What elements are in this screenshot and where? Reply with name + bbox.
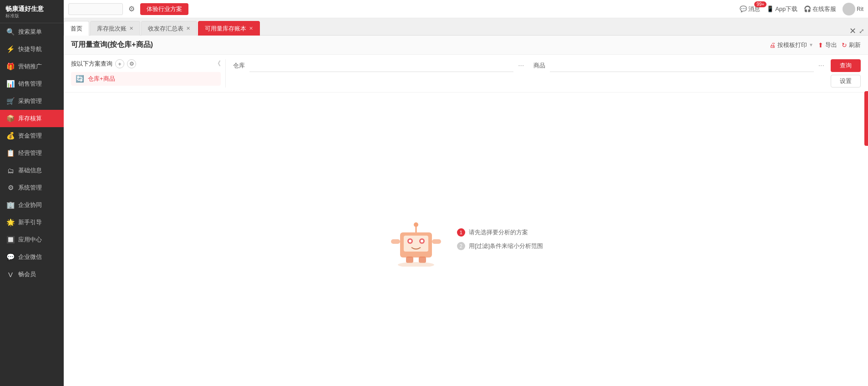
action-buttons: 查询 设置 bbox=[826, 59, 861, 87]
sidebar-icon-enterprise: 🏢 bbox=[6, 201, 15, 209]
settings-button[interactable]: 设置 bbox=[831, 75, 861, 87]
sidebar-item-wechat[interactable]: 💬企业微信 bbox=[0, 248, 64, 266]
goods-label: 商品 bbox=[533, 62, 547, 70]
sidebar-icon-app-center: 🔲 bbox=[6, 236, 15, 244]
message-icon: 💬 bbox=[740, 5, 747, 12]
tab-expand-icon[interactable]: ⤢ bbox=[859, 27, 864, 35]
scheme-warehouse-goods[interactable]: 🔄 仓库+商品 bbox=[71, 72, 221, 86]
warehouse-more-icon[interactable]: ··· bbox=[516, 62, 526, 70]
app-download-label: App下载 bbox=[775, 5, 797, 13]
sidebar-item-system[interactable]: ⚙系统管理 bbox=[0, 179, 64, 196]
tab-collect-summary[interactable]: 收发存汇总表✕ bbox=[141, 21, 197, 36]
print-label: 按模板打印 bbox=[777, 41, 807, 49]
filter-left: 按以下方案查询 + ⚙ 《 🔄 仓库+商品 bbox=[71, 59, 226, 87]
export-icon: ⬆ bbox=[818, 41, 823, 49]
sidebar-label-app-center: 应用中心 bbox=[18, 236, 42, 244]
tab-close-collect-summary[interactable]: ✕ bbox=[186, 26, 190, 31]
refresh-icon: ↻ bbox=[842, 41, 847, 49]
svg-rect-9 bbox=[432, 239, 441, 244]
sidebar-icon-marketing-promo: 🎁 bbox=[6, 62, 15, 71]
sidebar-item-inventory[interactable]: 📦库存核算 bbox=[0, 110, 64, 127]
scheme-label: 按以下方案查询 bbox=[71, 60, 112, 68]
goods-more-icon[interactable]: ··· bbox=[817, 62, 826, 70]
scheme-warehouse-goods-label: 仓库+商品 bbox=[88, 75, 115, 83]
tab-batch-account[interactable]: 库存批次账✕ bbox=[90, 21, 140, 36]
tip-num-1: 1 bbox=[457, 228, 465, 237]
sidebar-icon-system: ⚙ bbox=[6, 184, 15, 192]
goods-input[interactable] bbox=[550, 59, 814, 72]
tip-num-2: 2 bbox=[457, 242, 465, 250]
sidebar-label-basic-info: 基础信息 bbox=[18, 166, 42, 175]
tip-text-1: 请先选择要分析的方案 bbox=[469, 228, 528, 237]
sidebar-label-search: 搜索菜单 bbox=[18, 28, 42, 36]
sidebar-item-app-center[interactable]: 🔲应用中心 bbox=[0, 231, 64, 248]
sidebar-icon-shortcut: ⚡ bbox=[6, 45, 15, 53]
sidebar-item-finance[interactable]: 💰资金管理 bbox=[0, 127, 64, 144]
logo-sub: 标准版 bbox=[5, 13, 58, 19]
tab-close-all-icon[interactable]: ✕ bbox=[849, 27, 856, 35]
sidebar-item-sales[interactable]: 📊销售管理 bbox=[0, 75, 64, 93]
sidebar-icon-member: V bbox=[6, 271, 15, 278]
collapse-icon[interactable]: 《 bbox=[214, 60, 221, 68]
warehouse-field: 仓库 ··· bbox=[233, 59, 526, 72]
sidebar-item-member[interactable]: V畅会员 bbox=[0, 266, 64, 283]
svg-rect-8 bbox=[391, 239, 400, 244]
sidebar-label-enterprise: 企业协同 bbox=[18, 201, 42, 209]
search-input[interactable] bbox=[68, 3, 123, 15]
phone-icon: 📱 bbox=[766, 5, 774, 12]
sidebar-icon-purchase: 🛒 bbox=[6, 97, 15, 105]
empty-state: 1 请先选择要分析的方案 2 用[过滤]条件来缩小分析范围 bbox=[64, 93, 868, 386]
tab-close-batch-account[interactable]: ✕ bbox=[129, 26, 133, 31]
query-button[interactable]: 查询 bbox=[831, 59, 861, 72]
app-download-item[interactable]: 📱 App下载 bbox=[766, 5, 797, 13]
tab-home[interactable]: 首页 bbox=[64, 21, 89, 36]
svg-point-5 bbox=[421, 240, 423, 242]
sidebar-label-member: 畅会员 bbox=[18, 270, 36, 278]
sidebar-label-operations: 经营管理 bbox=[18, 149, 42, 157]
message-badge: 99+ bbox=[754, 1, 766, 7]
sidebar-icon-sales: 📊 bbox=[6, 80, 15, 88]
scheme-settings-icon[interactable]: ⚙ bbox=[127, 59, 136, 68]
refresh-button[interactable]: ↻ 刷新 bbox=[842, 41, 861, 49]
tab-close-available-qty[interactable]: ✕ bbox=[249, 26, 253, 31]
add-scheme-button[interactable]: + bbox=[115, 59, 124, 68]
headset-icon: 🎧 bbox=[804, 5, 811, 12]
message-item[interactable]: 💬 消息 99+ bbox=[740, 5, 760, 13]
gear-icon[interactable]: ⚙ bbox=[127, 3, 137, 15]
export-button[interactable]: ⬆ 导出 bbox=[818, 41, 837, 49]
main-area: ⚙ 体验行业方案 💬 消息 99+ 📱 App下载 🎧 在线客服 Rit bbox=[64, 0, 868, 386]
filter-row-1: 仓库 ··· 商品 ··· bbox=[233, 59, 826, 72]
topbar: ⚙ 体验行业方案 💬 消息 99+ 📱 App下载 🎧 在线客服 Rit bbox=[64, 0, 868, 18]
online-service-item[interactable]: 🎧 在线客服 bbox=[804, 5, 836, 13]
sidebar-item-search[interactable]: 🔍搜索菜单 bbox=[0, 23, 64, 41]
sidebar-label-purchase: 采购管理 bbox=[18, 97, 42, 105]
warehouse-goods-icon: 🔄 bbox=[76, 75, 84, 83]
warehouse-label: 仓库 bbox=[233, 62, 247, 70]
sidebar-scroll: 🔍搜索菜单⚡快捷导航🎁营销推广📊销售管理🛒采购管理📦库存核算💰资金管理📋经营管理… bbox=[0, 23, 64, 386]
sidebar-item-basic-info[interactable]: 🗂基础信息 bbox=[0, 162, 64, 179]
svg-point-7 bbox=[414, 222, 418, 227]
sidebar-item-shortcut[interactable]: ⚡快捷导航 bbox=[0, 41, 64, 58]
filter-scheme-header: 按以下方案查询 + ⚙ 《 bbox=[71, 59, 221, 68]
tab-available-qty[interactable]: 可用量库存账本✕ bbox=[198, 21, 260, 36]
user-item[interactable]: Rit bbox=[843, 3, 863, 15]
sidebar-item-newbie[interactable]: 🌟新手引导 bbox=[0, 214, 64, 231]
sidebar-icon-inventory: 📦 bbox=[6, 114, 15, 123]
sidebar-item-enterprise[interactable]: 🏢企业协同 bbox=[0, 196, 64, 214]
tab-label-collect-summary: 收发存汇总表 bbox=[148, 25, 183, 33]
avatar bbox=[843, 3, 855, 15]
tab-label-batch-account: 库存批次账 bbox=[97, 25, 127, 33]
sidebar-item-marketing-promo[interactable]: 🎁营销推广 bbox=[0, 58, 64, 75]
topbar-search bbox=[68, 3, 123, 15]
empty-tip-1: 1 请先选择要分析的方案 bbox=[457, 228, 543, 237]
sidebar-label-newbie: 新手引导 bbox=[18, 218, 42, 226]
trial-button[interactable]: 体验行业方案 bbox=[140, 3, 188, 15]
sidebar-icon-basic-info: 🗂 bbox=[6, 167, 15, 175]
sidebar-icon-finance: 💰 bbox=[6, 132, 15, 140]
print-button[interactable]: 🖨 按模板打印 ▼ bbox=[769, 41, 813, 49]
warehouse-input[interactable] bbox=[249, 59, 513, 72]
sidebar: 畅康通好生意 标准版 🔍搜索菜单⚡快捷导航🎁营销推广📊销售管理🛒采购管理📦库存核… bbox=[0, 0, 64, 386]
sidebar-label-inventory: 库存核算 bbox=[18, 114, 42, 123]
sidebar-item-purchase[interactable]: 🛒采购管理 bbox=[0, 93, 64, 110]
sidebar-item-operations[interactable]: 📋经营管理 bbox=[0, 144, 64, 162]
